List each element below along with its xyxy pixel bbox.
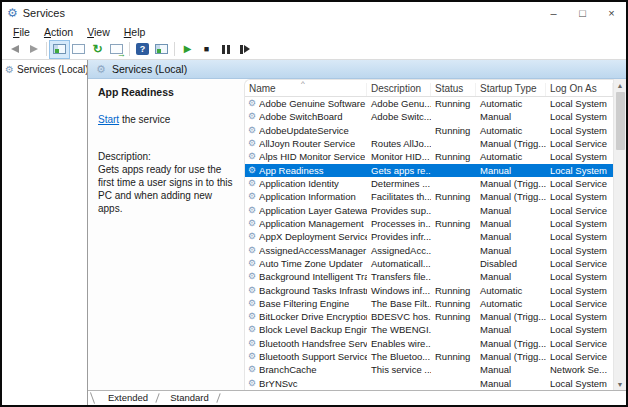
show-action-pane-icon[interactable]: [152, 41, 171, 58]
table-row[interactable]: ⚙AssignedAccessManager Ser...AssignedAcc…: [245, 243, 613, 256]
service-logon-cell: Local Service: [546, 337, 613, 350]
table-row[interactable]: ⚙Adobe Genuine Software Int...Adobe Genu…: [245, 97, 613, 110]
menu-item-view[interactable]: View: [80, 26, 117, 38]
toolbar-separator: [174, 42, 175, 56]
service-gear-icon: ⚙: [248, 192, 256, 201]
tab-extended[interactable]: Extended: [100, 392, 162, 404]
stop-service-icon[interactable]: ■: [197, 41, 216, 58]
service-description-cell: This service ...: [367, 363, 431, 376]
service-gear-icon: ⚙: [248, 219, 256, 228]
table-row[interactable]: ⚙Application InformationFacilitates th..…: [245, 190, 613, 203]
table-row[interactable]: ⚙Base Filtering EngineThe Base Filt...Ru…: [245, 297, 613, 310]
service-description-cell: Automaticall...: [367, 257, 431, 270]
toolbar-separator: [129, 42, 130, 56]
service-status-cell: Running: [431, 310, 476, 323]
service-gear-icon: ⚙: [248, 166, 256, 175]
service-startup-cell: Automatic: [476, 124, 546, 137]
service-status-cell: [431, 323, 476, 336]
table-row[interactable]: ⚙Application ManagementProcesses in...Ru…: [245, 217, 613, 230]
service-startup-cell: Manual: [476, 230, 546, 243]
table-row[interactable]: ⚙AdobeUpdateServiceRunningAutomaticLocal…: [245, 124, 613, 137]
column-header-startup-type[interactable]: Startup Type: [476, 83, 546, 96]
scroll-up-icon[interactable]: ▲: [614, 79, 627, 91]
console-tree: ⚙ Services (Local): [2, 60, 88, 405]
service-description-cell: Gets apps re...: [367, 164, 431, 177]
service-logon-cell: Local System: [546, 150, 613, 163]
back-icon[interactable]: [5, 41, 24, 58]
service-status-cell: [431, 230, 476, 243]
scroll-down-icon[interactable]: ▼: [614, 378, 627, 390]
column-header-status[interactable]: Status: [431, 83, 476, 96]
menu-item-file[interactable]: File: [6, 26, 37, 38]
service-description-cell: Provides sup...: [367, 204, 431, 217]
start-service-icon[interactable]: ▶: [178, 41, 197, 58]
service-logon-cell: Local System: [546, 164, 613, 177]
column-header-name[interactable]: Name: [245, 83, 367, 96]
table-row[interactable]: ⚙Bluetooth Handsfree ServiceEnables wire…: [245, 337, 613, 350]
maximize-button[interactable]: □: [568, 2, 597, 24]
service-description-cell: Windows inf...: [367, 283, 431, 296]
table-row[interactable]: ⚙App ReadinessGets apps re...ManualLocal…: [245, 164, 613, 177]
service-logon-cell: Local Service: [546, 350, 613, 363]
table-row[interactable]: ⚙Application Layer Gateway S...Provides …: [245, 204, 613, 217]
services-gear-icon: ⚙: [96, 64, 106, 75]
tab-standard[interactable]: Standard: [162, 392, 223, 404]
table-row[interactable]: ⚙Auto Time Zone UpdaterAutomaticall...Di…: [245, 257, 613, 270]
service-startup-cell: Manual: [476, 164, 546, 177]
service-description-cell: Provides infr...: [367, 230, 431, 243]
scrollbar-thumb[interactable]: [616, 92, 625, 150]
table-row[interactable]: ⚙AppX Deployment Service (A...Provides i…: [245, 230, 613, 243]
pause-service-icon[interactable]: [216, 41, 235, 58]
service-logon-cell: Local System: [546, 323, 613, 336]
tree-item-services-local[interactable]: ⚙ Services (Local): [2, 62, 87, 77]
service-description-cell: Facilitates th...: [367, 190, 431, 203]
service-description-cell: Processes in...: [367, 217, 431, 230]
restart-service-icon[interactable]: [235, 41, 254, 58]
service-logon-cell: Local Service: [546, 297, 613, 310]
list-column-headers: ^ NameDescriptionStatusStartup TypeLog O…: [245, 80, 613, 97]
selected-service-name: App Readiness: [98, 86, 236, 98]
service-name-cell: ⚙Block Level Backup Engine S...: [245, 323, 367, 336]
close-button[interactable]: ×: [597, 2, 626, 24]
service-name-cell: ⚙Application Identity: [245, 177, 367, 190]
menu-item-action[interactable]: Action: [37, 26, 80, 38]
table-row[interactable]: ⚙Adobe SwitchBoardAdobe Switc...ManualLo…: [245, 110, 613, 123]
refresh-icon[interactable]: ↻: [88, 41, 107, 58]
service-name-text: AllJoyn Router Service: [259, 138, 355, 149]
help-icon[interactable]: ?: [133, 41, 152, 58]
table-row[interactable]: ⚙Bluetooth Support ServiceThe Bluetoo...…: [245, 350, 613, 363]
service-startup-cell: Automatic: [476, 97, 546, 110]
service-name-cell: ⚙BitLocker Drive Encryption S...: [245, 310, 367, 323]
forward-icon[interactable]: [24, 41, 43, 58]
table-row[interactable]: ⚙Background Tasks Infrastruc...Windows i…: [245, 283, 613, 296]
menu-item-help[interactable]: Help: [117, 26, 153, 38]
minimize-button[interactable]: –: [539, 2, 568, 24]
service-status-cell: Running: [431, 283, 476, 296]
show-console-tree-icon[interactable]: [50, 41, 69, 58]
service-status-cell: [431, 363, 476, 376]
export-list-icon[interactable]: →: [107, 41, 126, 58]
column-header-description[interactable]: Description: [367, 83, 431, 96]
services-local-header-label: Services (Local): [112, 63, 187, 75]
service-name-cell: ⚙Bluetooth Handsfree Service: [245, 337, 367, 350]
main-pane: ⚙ Services (Local) App Readiness Start t…: [88, 60, 626, 405]
table-row[interactable]: ⚙Background Intelligent Tran...Transfers…: [245, 270, 613, 283]
services-window: ⚙ Services –□× FileActionViewHelp ↻→?▶■ …: [0, 0, 628, 407]
vertical-scrollbar[interactable]: ▲ ▼: [613, 79, 626, 390]
table-row[interactable]: ⚙Alps HID Monitor ServiceMonitor HID...R…: [245, 150, 613, 163]
service-logon-cell: Local System: [546, 110, 613, 123]
service-status-cell: Running: [431, 217, 476, 230]
table-row[interactable]: ⚙BitLocker Drive Encryption S...BDESVC h…: [245, 310, 613, 323]
start-service-link[interactable]: Start: [98, 114, 119, 125]
table-row[interactable]: ⚙Application IdentityDetermines ...Manua…: [245, 177, 613, 190]
table-row[interactable]: ⚙Block Level Backup Engine S...The WBENG…: [245, 323, 613, 336]
service-name-cell: ⚙Adobe Genuine Software Int...: [245, 97, 367, 110]
service-status-cell: [431, 257, 476, 270]
service-startup-cell: Manual: [476, 217, 546, 230]
table-row[interactable]: ⚙AllJoyn Router ServiceRoutes AllJo...Ma…: [245, 137, 613, 150]
table-row[interactable]: ⚙BrYNSvcManualLocal System: [245, 377, 613, 390]
description-text: Gets apps ready for use the first time a…: [98, 163, 236, 215]
table-row[interactable]: ⚙BranchCacheThis service ...ManualNetwor…: [245, 363, 613, 376]
properties-icon[interactable]: [69, 41, 88, 58]
column-header-log-on-as[interactable]: Log On As: [546, 83, 613, 96]
